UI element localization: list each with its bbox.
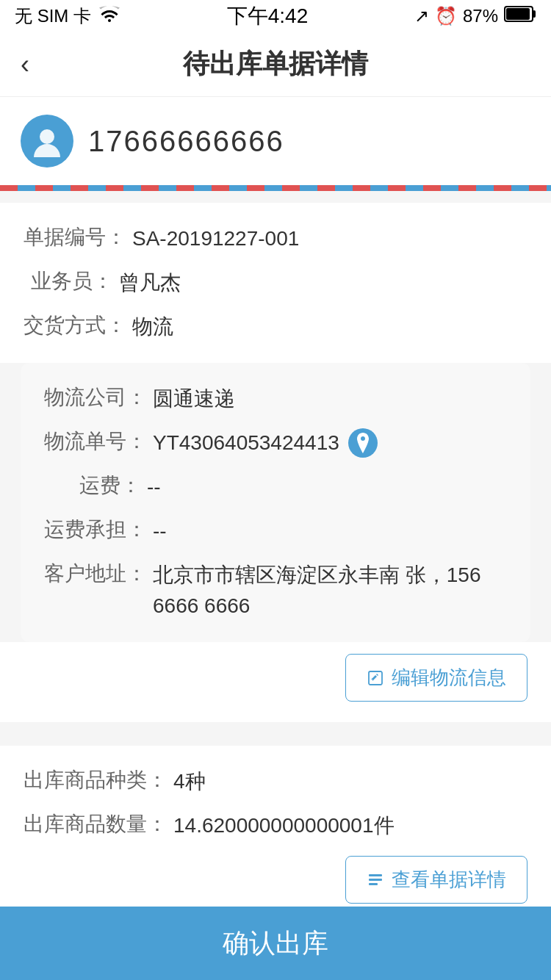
wifi-icon	[98, 6, 120, 26]
section-divider-1	[0, 722, 551, 734]
address-value: 北京市市辖区海淀区永丰南 张，156 6666 6666	[153, 560, 507, 621]
logistics-card: 物流公司： 圆通速递 物流单号： YT43064053424413 运费： --…	[21, 363, 530, 642]
tracking-row: 物流单号： YT43064053424413	[44, 428, 507, 458]
svg-point-3	[40, 129, 54, 144]
company-value: 圆通速递	[153, 383, 507, 414]
confirm-button-label: 确认出库	[223, 926, 328, 962]
goods-quantity-row: 出库商品数量： 14.620000000000001件	[24, 810, 527, 841]
freight-value: --	[147, 472, 507, 502]
view-detail-section: 查看单据详情	[24, 856, 527, 904]
edit-logistics-section: 编辑物流信息	[0, 642, 551, 722]
salesman-row: 业务员： 曾凡杰	[24, 267, 527, 298]
goods-types-value: 4种	[173, 766, 527, 797]
customer-header: 17666666666	[0, 97, 551, 185]
alarm-icon: ⏰	[435, 6, 457, 26]
page-title: 待出库单据详情	[183, 46, 368, 82]
svg-rect-2	[506, 8, 530, 20]
dashed-divider	[0, 185, 551, 191]
goods-section: 出库商品种类： 4种 出库商品数量： 14.620000000000001件 查…	[0, 746, 551, 924]
customer-phone: 17666666666	[88, 125, 284, 158]
delivery-value: 物流	[132, 311, 527, 342]
carrier-text: 无 SIM 卡	[15, 4, 91, 28]
basic-info-section: 单据编号： SA-20191227-001 业务员： 曾凡杰 交货方式： 物流	[0, 203, 551, 363]
address-row: 客户地址： 北京市市辖区海淀区永丰南 张，156 6666 6666	[44, 560, 507, 621]
avatar	[21, 115, 73, 167]
goods-types-row: 出库商品种类： 4种	[24, 766, 527, 797]
view-detail-button[interactable]: 查看单据详情	[345, 856, 527, 904]
goods-quantity-label: 出库商品数量：	[24, 810, 173, 838]
freight-bear-label: 运费承担：	[44, 516, 153, 544]
nav-bar: ‹ 待出库单据详情	[0, 32, 551, 97]
tracking-value: YT43064053424413	[153, 428, 507, 458]
company-row: 物流公司： 圆通速递	[44, 383, 507, 414]
tracking-map-icon[interactable]	[348, 428, 378, 458]
svg-rect-1	[533, 10, 536, 18]
document-label: 单据编号：	[24, 223, 132, 251]
company-label: 物流公司：	[44, 383, 153, 411]
status-time: 下午4:42	[227, 2, 309, 30]
goods-types-label: 出库商品种类：	[24, 766, 173, 794]
freight-row: 运费： --	[44, 472, 507, 502]
svg-rect-6	[369, 879, 382, 881]
edit-logistics-label: 编辑物流信息	[392, 665, 506, 691]
document-row: 单据编号： SA-20191227-001	[24, 223, 527, 254]
address-label: 客户地址：	[44, 560, 153, 588]
tracking-label: 物流单号：	[44, 428, 153, 455]
battery-text: 87%	[463, 6, 498, 26]
svg-rect-5	[369, 874, 382, 876]
goods-quantity-value: 14.620000000000001件	[173, 810, 527, 841]
back-button[interactable]: ‹	[21, 49, 29, 80]
delivery-row: 交货方式： 物流	[24, 311, 527, 342]
view-detail-label: 查看单据详情	[392, 867, 506, 893]
svg-rect-7	[369, 883, 378, 885]
status-left: 无 SIM 卡	[15, 4, 120, 28]
freight-bear-row: 运费承担： --	[44, 516, 507, 547]
edit-logistics-button[interactable]: 编辑物流信息	[345, 654, 527, 702]
freight-bear-value: --	[153, 516, 507, 547]
freight-label: 运费：	[44, 472, 147, 500]
delivery-label: 交货方式：	[24, 311, 132, 339]
document-value: SA-20191227-001	[132, 223, 527, 254]
salesman-value: 曾凡杰	[119, 267, 527, 298]
salesman-label: 业务员：	[24, 267, 119, 295]
battery-icon	[504, 6, 536, 26]
confirm-bar[interactable]: 确认出库	[0, 907, 551, 980]
location-icon: ↗	[414, 6, 429, 26]
status-bar: 无 SIM 卡 下午4:42 ↗ ⏰ 87%	[0, 0, 551, 32]
status-right: ↗ ⏰ 87%	[414, 6, 536, 26]
